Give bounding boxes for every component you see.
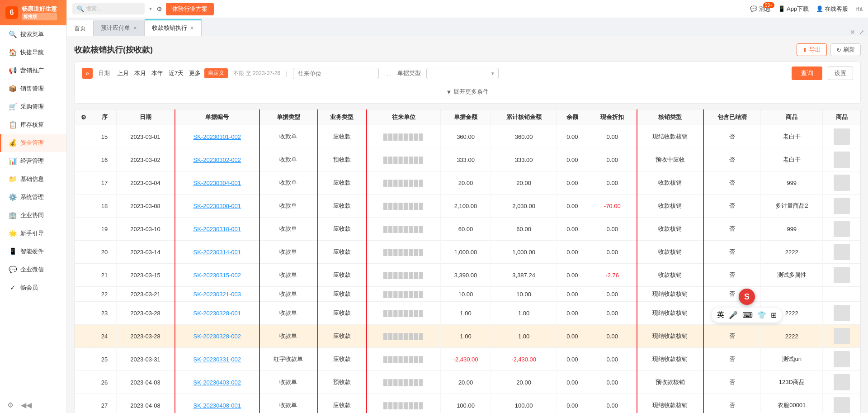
sidebar-item-purchase[interactable]: 🛒 采购管理 — [0, 98, 66, 116]
col-bill-no-cell[interactable]: SK-20230403-002 — [175, 371, 260, 394]
tab-writeoff[interactable]: 收款核销执行 ✕ — [145, 19, 202, 36]
user-menu-button[interactable]: Rit — [855, 5, 863, 12]
filter-toggle-button[interactable]: » — [82, 68, 93, 79]
bill-no-link[interactable]: SK-20230315-002 — [193, 272, 241, 279]
bill-no-link[interactable]: SK-20230304-001 — [193, 180, 241, 186]
online-service-button[interactable]: 👤 在线客服 — [816, 5, 848, 13]
s-logo-button[interactable]: S — [739, 289, 755, 305]
date-this-year-button[interactable]: 本年 — [150, 68, 165, 78]
sidebar-item-sales[interactable]: 📦 销售管理 — [0, 80, 66, 98]
col-bill-type-header: 单据类型 — [259, 109, 317, 125]
bill-no-link[interactable]: SK-20230314-001 — [193, 249, 241, 256]
col-bill-no-cell[interactable]: SK-20230310-001 — [175, 218, 260, 241]
date-7days-button[interactable]: 近7天 — [167, 68, 185, 78]
search-box[interactable]: 🔍 搜索... — [72, 3, 145, 14]
shirt-icon[interactable]: 👕 — [757, 311, 766, 319]
col-bill-no-cell[interactable]: SK-20230314-001 — [175, 241, 260, 264]
keyboard-icon[interactable]: ⌨ — [742, 311, 753, 319]
sidebar-item-capital[interactable]: 💰 资金管理 — [0, 134, 66, 152]
sidebar-item-wechat[interactable]: 💬 企业微信 — [0, 261, 66, 279]
col-bill-no-cell[interactable]: SK-20230321-003 — [175, 287, 260, 302]
filter-expand-button[interactable]: ▼ 展开更多条件 — [443, 86, 493, 98]
sidebar-item-basic[interactable]: 📁 基础信息 — [0, 170, 66, 188]
sidebar-item-system[interactable]: ⚙️ 系统管理 — [0, 188, 66, 206]
date-this-month-button[interactable]: 本月 — [132, 68, 148, 78]
close-receivable-tab-icon[interactable]: ✕ — [133, 25, 137, 31]
bill-no-link[interactable]: SK-20230403-002 — [193, 379, 241, 386]
filter-separator: | — [286, 70, 287, 77]
grid-icon[interactable]: ⊞ — [771, 311, 777, 319]
settings-button[interactable]: 设置 — [828, 66, 853, 80]
sidebar-item-shortcut[interactable]: 🏠 快捷导航 — [0, 43, 66, 62]
refresh-button[interactable]: ↻ 刷新 — [830, 43, 861, 56]
date-quick-buttons: 上月 本月 本年 近7天 更多 自定义 — [115, 68, 228, 78]
col-bill-type-cell: 收款单 — [259, 148, 317, 171]
export-button[interactable]: ⬆ 导出 — [797, 43, 827, 56]
tab-receivable[interactable]: 预计应付单 ✕ — [94, 20, 145, 36]
col-goods-cell: 999 — [761, 218, 823, 241]
table-row: 19 2023-03-10 SK-20230310-001 收款单 应收款 ██… — [75, 218, 860, 241]
col-bill-no-cell[interactable]: SK-20230408-001 — [175, 394, 260, 413]
sidebar-item-marketing[interactable]: 📢 营销推广 — [0, 62, 66, 80]
sidebar-item-member[interactable]: ✓ 畅会员 — [0, 279, 66, 297]
industry-plan-button[interactable]: 体验行业方案 — [166, 3, 214, 15]
bill-no-link[interactable]: SK-20230310-001 — [193, 226, 241, 233]
date-more-button[interactable]: 更多 — [187, 68, 203, 78]
date-last-month-button[interactable]: 上月 — [115, 68, 131, 78]
col-include-settled-cell: 否 — [703, 148, 761, 171]
sidebar-item-corp[interactable]: 🏢 企业协同 — [0, 206, 66, 224]
type-filter-select[interactable] — [426, 68, 499, 79]
col-goods2-cell — [823, 287, 860, 302]
close-window-icon[interactable]: ✕ — [850, 28, 855, 36]
tab-home[interactable]: 首页 — [67, 20, 94, 36]
col-goods2-cell — [823, 302, 860, 325]
chevron-down-icon[interactable]: ▼ — [148, 6, 153, 11]
col-bill-no-cell[interactable]: SK-20230301-002 — [175, 125, 260, 148]
bill-no-link[interactable]: SK-20230331-002 — [193, 356, 241, 363]
sidebar-item-search[interactable]: 🔍 搜索菜单 — [0, 25, 66, 43]
sidebar-item-guide[interactable]: 🌟 新手引导 — [0, 224, 66, 242]
col-date-cell: 2023-04-08 — [116, 394, 175, 413]
sidebar-item-operation[interactable]: 📊 经营管理 — [0, 152, 66, 170]
col-settings-cell — [75, 195, 93, 218]
col-bill-no-cell[interactable]: SK-20230331-002 — [175, 348, 260, 371]
col-biz-type-cell: 应收款 — [317, 348, 367, 371]
col-bill-no-cell[interactable]: SK-20230315-002 — [175, 264, 260, 287]
bill-no-link[interactable]: SK-20230328-002 — [193, 333, 241, 340]
col-settings-header[interactable]: ⚙ — [75, 109, 93, 125]
col-writeoff-type-cell: 预收款核销 — [637, 371, 703, 394]
collapse-footer-icon[interactable]: ◀◀ — [21, 401, 32, 409]
bill-no-link[interactable]: SK-20230308-001 — [193, 203, 241, 209]
english-icon[interactable]: 英 — [717, 310, 724, 320]
bill-no-link[interactable]: SK-20230302-002 — [193, 157, 241, 163]
col-settings-cell — [75, 394, 93, 413]
message-button[interactable]: 💬 消息 99+ — [750, 5, 771, 13]
bill-no-link[interactable]: SK-20230328-001 — [193, 310, 241, 317]
unit-filter-input[interactable] — [293, 68, 379, 79]
date-custom-button[interactable]: 自定义 — [204, 68, 228, 78]
app-download-button[interactable]: 📱 App下载 — [778, 5, 809, 13]
col-goods-cell: 123D商品 — [761, 371, 823, 394]
bill-no-link[interactable]: SK-20230321-003 — [193, 291, 241, 298]
app-badge: 标推版 — [22, 13, 57, 20]
col-bill-no-cell[interactable]: SK-20230304-001 — [175, 171, 260, 195]
col-bill-no-cell[interactable]: SK-20230328-002 — [175, 325, 260, 348]
col-goods2-cell — [823, 195, 860, 218]
mic-icon[interactable]: 🎤 — [729, 311, 738, 319]
settings-footer-icon[interactable]: ⚙ — [7, 401, 14, 409]
bill-no-link[interactable]: SK-20230301-002 — [193, 133, 241, 140]
col-settings-cell — [75, 325, 93, 348]
col-bill-no-cell[interactable]: SK-20230328-001 — [175, 302, 260, 325]
bill-no-link[interactable]: SK-20230408-001 — [193, 402, 241, 409]
maximize-icon[interactable]: ⤢ — [859, 28, 864, 36]
col-bill-no-cell[interactable]: SK-20230308-001 — [175, 195, 260, 218]
col-bill-type-cell: 红字收款单 — [259, 348, 317, 371]
sidebar-item-inventory[interactable]: 📋 库存核算 — [0, 116, 66, 134]
close-writeoff-tab-icon[interactable]: ✕ — [190, 25, 194, 31]
col-bill-no-cell[interactable]: SK-20230302-002 — [175, 148, 260, 171]
sidebar-item-label: 系统管理 — [20, 193, 44, 201]
query-button[interactable]: 查询 — [792, 66, 822, 80]
sidebar-item-hardware[interactable]: 📱 智能硬件 — [0, 242, 66, 261]
col-biz-type-header: 业务类型 — [317, 109, 367, 125]
gear-icon[interactable]: ⚙ — [156, 5, 162, 13]
